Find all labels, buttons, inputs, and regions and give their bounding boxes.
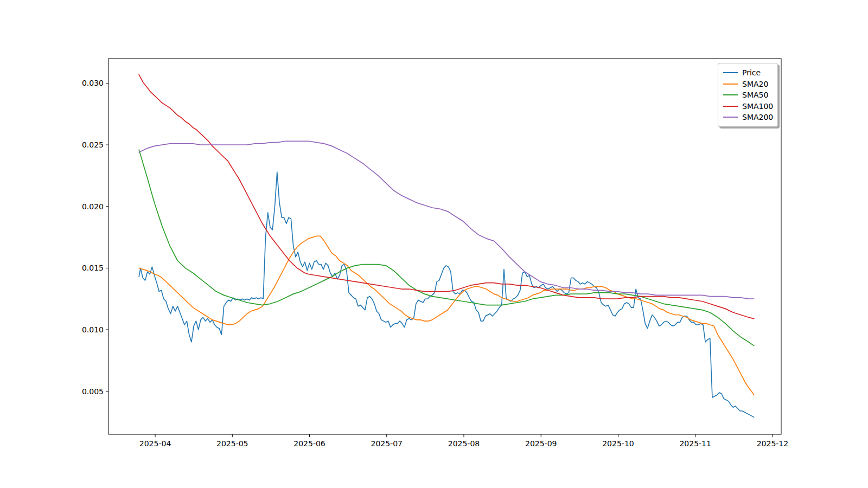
y-tick-label: 0.025 xyxy=(82,140,104,149)
legend: PriceSMA20SMA50SMA100SMA200 xyxy=(718,63,778,127)
x-tick-label: 2025-09 xyxy=(525,439,557,448)
legend-label: Price xyxy=(742,69,761,76)
legend-item-sma20: SMA20 xyxy=(723,79,772,90)
y-tick-label: 0.015 xyxy=(82,264,104,272)
x-tick-label: 2025-06 xyxy=(293,439,326,448)
x-tick-label: 2025-12 xyxy=(757,439,789,448)
figure: 2025-042025-052025-062025-072025-082025-… xyxy=(0,0,868,488)
legend-item-price: Price xyxy=(723,67,772,79)
legend-line-sample-sma100 xyxy=(723,106,738,107)
legend-line-sample-price xyxy=(723,72,738,73)
y-tick-label: 0.010 xyxy=(82,325,104,334)
legend-label: SMA200 xyxy=(742,113,773,121)
legend-line-sample-sma200 xyxy=(723,117,738,118)
legend-item-sma200: SMA200 xyxy=(723,112,772,123)
x-tick-label: 2025-04 xyxy=(139,439,171,448)
x-tick-label: 2025-07 xyxy=(371,439,403,448)
legend-line-sample-sma50 xyxy=(723,94,738,95)
legend-item-sma50: SMA50 xyxy=(723,89,772,101)
legend-label: SMA50 xyxy=(742,91,768,99)
legend-label: SMA100 xyxy=(742,102,773,110)
plot-area xyxy=(108,59,781,434)
y-tick-label: 0.005 xyxy=(82,387,104,396)
legend-line-sample-sma20 xyxy=(723,84,738,85)
y-tick-label: 0.020 xyxy=(82,202,104,211)
x-tick-label: 2025-11 xyxy=(679,439,711,448)
legend-label: SMA20 xyxy=(742,80,768,88)
x-tick-label: 2025-10 xyxy=(602,439,634,448)
x-tick-label: 2025-08 xyxy=(448,439,480,448)
y-tick-label: 0.030 xyxy=(82,79,104,87)
x-tick-label: 2025-05 xyxy=(216,439,248,448)
legend-item-sma100: SMA100 xyxy=(723,101,772,112)
